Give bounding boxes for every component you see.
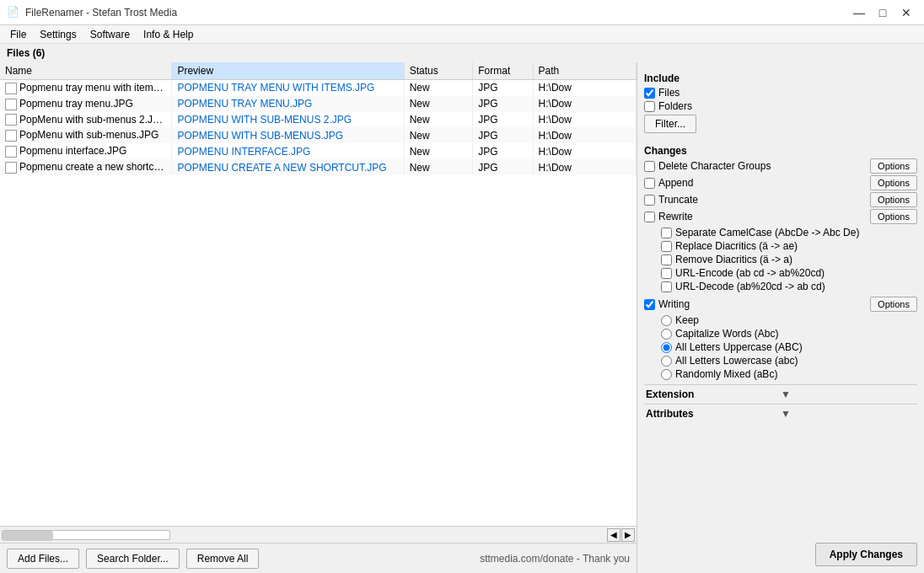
radio-capitalize[interactable] (661, 329, 672, 340)
separate-camel-label[interactable]: Separate CamelCase (AbcDe -> Abc De) (675, 227, 859, 238)
add-files-button[interactable]: Add Files... (7, 549, 79, 569)
radio-capitalize-label[interactable]: Capitalize Words (Abc) (675, 328, 778, 340)
cell-path: H:\Dow (533, 96, 636, 112)
delete-char-groups-row: Delete Character Groups Options (644, 158, 917, 174)
attributes-row[interactable]: Attributes ▼ (644, 404, 917, 423)
table-row[interactable]: �PopMenu with sub-menus 2.JPGPOPMENU WIT… (0, 112, 637, 128)
extension-row[interactable]: Extension ▼ (644, 384, 917, 404)
menu-file[interactable]: File (3, 27, 33, 42)
append-options-button[interactable]: Options (870, 175, 917, 190)
col-header-name: Name (0, 62, 172, 80)
search-folder-button[interactable]: Search Folder... (86, 549, 180, 569)
apply-changes-button[interactable]: Apply Changes (815, 543, 917, 566)
remove-diacr-checkbox[interactable] (661, 254, 672, 265)
table-row[interactable]: �Popmenu tray menu.JPGPOPMENU TRAY MENU.… (0, 96, 637, 112)
table-row[interactable]: �Popmenu interface.JPGPOPMENU INTERFACE.… (0, 143, 637, 159)
bottom-bar: Add Files... Search Folder... Remove All… (0, 543, 637, 573)
writing-label[interactable]: Writing (658, 298, 867, 310)
radio-random[interactable] (661, 369, 672, 380)
table-row[interactable]: �PopMenu with sub-menus.JPGPOPMENU WITH … (0, 127, 637, 143)
menu-settings[interactable]: Settings (33, 27, 83, 42)
url-encode-label[interactable]: URL-Encode (ab cd -> ab%20cd) (675, 267, 825, 279)
folders-label[interactable]: Folders (658, 100, 692, 112)
writing-checkbox[interactable] (644, 299, 655, 310)
file-list-area: Name Preview Status Format Path �Popmenu… (0, 62, 637, 573)
files-header: Files (6) (0, 44, 924, 62)
maximize-button[interactable]: □ (872, 4, 894, 21)
url-decode-checkbox[interactable] (661, 281, 672, 292)
title-bar: 📄 FileRenamer - Stefan Trost Media — □ ✕ (0, 0, 924, 25)
append-checkbox[interactable] (644, 178, 655, 189)
filter-button[interactable]: Filter... (644, 115, 696, 133)
radio-random-label[interactable]: Randomly Mixed (aBc) (675, 368, 777, 380)
changes-title: Changes (644, 145, 917, 157)
rewrite-label[interactable]: Rewrite (658, 211, 867, 222)
cell-name: �Popmenu tray menu with items.JPG (0, 80, 172, 96)
cell-preview: POPMENU WITH SUB-MENUS 2.JPG (172, 112, 404, 128)
attributes-label: Attributes (646, 408, 781, 420)
radio-keep-row: Keep (661, 313, 917, 327)
radio-lowercase[interactable] (661, 356, 672, 367)
cell-name: �PopMenu with sub-menus 2.JPG (0, 112, 172, 128)
remove-all-button[interactable]: Remove All (186, 549, 260, 569)
folders-checkbox-row: Folders (644, 99, 917, 113)
table-row[interactable]: �Popmenu tray menu with items.JPGPOPMENU… (0, 80, 637, 96)
append-label[interactable]: Append (658, 177, 867, 189)
cell-status: New (404, 143, 473, 159)
replace-diacr-checkbox[interactable] (661, 241, 672, 252)
extension-chevron-icon: ▼ (781, 388, 916, 400)
writing-row: Writing Options (644, 297, 917, 312)
file-table[interactable]: Name Preview Status Format Path �Popmenu… (0, 62, 637, 526)
folders-checkbox[interactable] (644, 101, 655, 112)
menu-bar: File Settings Software Info & Help (0, 25, 924, 44)
minimize-button[interactable]: — (848, 4, 870, 21)
replace-diacr-label[interactable]: Replace Diacritics (ä -> ae) (675, 240, 798, 252)
url-decode-label[interactable]: URL-Decode (ab%20cd -> ab cd) (675, 281, 825, 292)
remove-diacr-label[interactable]: Remove Diacritics (ä -> a) (675, 254, 792, 265)
cell-path: H:\Dow (533, 112, 636, 128)
horizontal-scrollbar[interactable]: ◀ ▶ (0, 526, 637, 543)
replace-diacr-row: Replace Diacritics (ä -> ae) (661, 239, 917, 253)
url-encode-row: URL-Encode (ab cd -> ab%20cd) (661, 266, 917, 280)
radio-uppercase[interactable] (661, 342, 672, 353)
cell-path: H:\Dow (533, 80, 636, 96)
separate-camel-checkbox[interactable] (661, 228, 672, 238)
close-button[interactable]: ✕ (895, 4, 917, 21)
cell-format: JPG (473, 80, 533, 96)
apply-changes-container: Apply Changes (644, 536, 917, 566)
radio-keep-label[interactable]: Keep (675, 314, 699, 326)
files-checkbox[interactable] (644, 88, 655, 99)
delete-char-groups-label[interactable]: Delete Character Groups (658, 160, 867, 172)
main-container: Files (6) Name Preview Status Format Pat… (0, 44, 924, 573)
app-icon: 📄 (7, 6, 20, 19)
rewrite-checkbox[interactable] (644, 212, 655, 222)
delete-char-groups-checkbox[interactable] (644, 161, 655, 172)
truncate-checkbox[interactable] (644, 195, 655, 206)
cell-status: New (404, 112, 473, 128)
radio-uppercase-label[interactable]: All Letters Uppercase (ABC) (675, 341, 803, 353)
writing-options-button[interactable]: Options (870, 297, 917, 312)
url-decode-row: URL-Decode (ab%20cd -> ab cd) (661, 280, 917, 293)
files-label[interactable]: Files (658, 87, 680, 99)
rewrite-options-button[interactable]: Options (870, 209, 917, 224)
radio-lowercase-label[interactable]: All Letters Lowercase (abc) (675, 355, 798, 367)
col-header-status: Status (404, 62, 473, 80)
table-row[interactable]: �Popmenu create a new shortcut.JPGPOPMEN… (0, 159, 637, 175)
url-encode-checkbox[interactable] (661, 268, 672, 279)
cell-preview: POPMENU CREATE A NEW SHORTCUT.JPG (172, 159, 404, 175)
cell-preview: POPMENU TRAY MENU.JPG (172, 96, 404, 112)
col-header-preview: Preview (172, 62, 404, 80)
menu-info-help[interactable]: Info & Help (137, 27, 200, 42)
truncate-options-button[interactable]: Options (870, 192, 917, 207)
scroll-left-btn[interactable]: ◀ (607, 528, 620, 542)
scroll-right-btn[interactable]: ▶ (621, 528, 635, 542)
remove-diacr-row: Remove Diacritics (ä -> a) (661, 253, 917, 266)
cell-format: JPG (473, 127, 533, 143)
truncate-label[interactable]: Truncate (658, 194, 867, 206)
menu-software[interactable]: Software (83, 27, 137, 42)
radio-keep[interactable] (661, 315, 672, 326)
delete-options-button[interactable]: Options (870, 158, 917, 174)
content-area: Name Preview Status Format Path �Popmenu… (0, 62, 924, 573)
cell-preview: POPMENU WITH SUB-MENUS.JPG (172, 127, 404, 143)
radio-uppercase-row: All Letters Uppercase (ABC) (661, 340, 917, 354)
